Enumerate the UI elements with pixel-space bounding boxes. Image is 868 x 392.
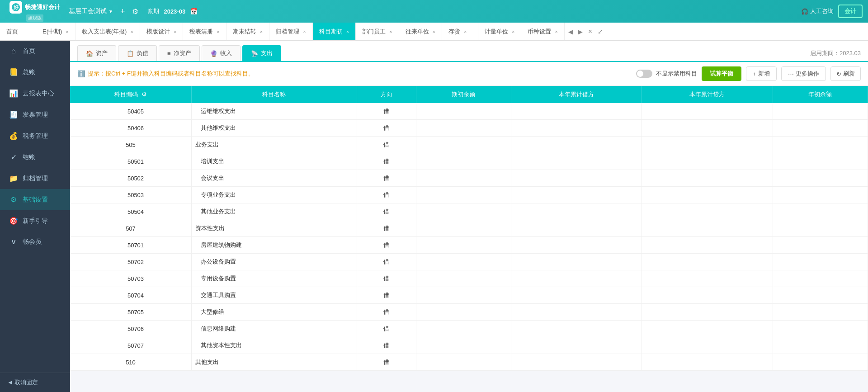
table-row[interactable]: 50703 专用设备购置 借 — [70, 270, 868, 287]
cell-balance — [416, 287, 511, 304]
cell-debit-cum — [511, 120, 642, 137]
tab-unit[interactable]: 计量单位 × — [478, 23, 521, 40]
tab-period-end[interactable]: 期末结转 × — [226, 23, 269, 40]
balance-button[interactable]: 试算平衡 — [702, 66, 741, 81]
sub-tab-expense-label: 支出 — [261, 49, 273, 57]
sidebar-item-home[interactable]: ⌂ 首页 — [0, 41, 70, 61]
table-row[interactable]: 50707 其他资本性支出 借 — [70, 337, 868, 354]
logo-text: 畅捷通好会计 — [25, 3, 60, 11]
tab-subject-init-close[interactable]: × — [346, 29, 349, 34]
add-company-button[interactable]: + — [118, 7, 128, 16]
sidebar-item-archivemgr[interactable]: 📁 归档管理 — [0, 168, 70, 189]
table-row[interactable]: 507 资本性支出 借 — [70, 220, 868, 237]
table-row[interactable]: 505 业务支出 借 — [70, 137, 868, 153]
table-row[interactable]: 50502 会议支出 借 — [70, 170, 868, 187]
account-button[interactable]: 会计 — [838, 5, 863, 18]
col-header-debit-cum: 本年累计借方 — [511, 86, 642, 103]
cell-code: 50405 — [70, 103, 192, 120]
guide-icon: 🎯 — [9, 217, 18, 225]
cell-balance — [416, 321, 511, 337]
cell-credit-cum — [642, 354, 773, 371]
tab-department-close[interactable]: × — [389, 29, 392, 34]
tab-expand-button[interactable]: ⤢ — [596, 27, 605, 36]
sidebar-archive-label: 归档管理 — [23, 175, 48, 183]
tab-home[interactable]: 首页 — [0, 23, 36, 40]
col-settings-icon[interactable]: ⚙ — [142, 91, 147, 98]
sub-tab-income-label: 收入 — [220, 49, 232, 57]
sidebar-item-member[interactable]: V 畅会员 — [0, 231, 70, 252]
sidebar-item-reports[interactable]: 📊 云报表中心 — [0, 83, 70, 104]
tab-period-end-close[interactable]: × — [260, 29, 263, 34]
sub-tab-equity[interactable]: ≡ 净资产 — [159, 45, 200, 61]
tab-prev-button[interactable]: ◀ — [566, 27, 575, 36]
tab-template[interactable]: 模版设计 × — [140, 23, 183, 40]
sidebar-item-checkout[interactable]: ✓ 结账 — [0, 146, 70, 168]
more-button[interactable]: ⋯ 更多操作 — [781, 66, 826, 81]
tab-template-close[interactable]: × — [174, 29, 176, 34]
sidebar-item-settings[interactable]: ⚙ 基础设置 — [0, 189, 70, 210]
sidebar-item-invoice[interactable]: 🧾 发票管理 — [0, 104, 70, 125]
table-row[interactable]: 50503 专项业务支出 借 — [70, 187, 868, 203]
tab-unit-close[interactable]: × — [512, 29, 514, 34]
tab-department[interactable]: 部门员工 × — [356, 23, 399, 40]
sidebar-item-guide[interactable]: 🎯 新手引导 — [0, 210, 70, 231]
col-header-code: 科目编码 ⚙ — [70, 86, 192, 103]
tab-period[interactable]: E(中期) × — [36, 23, 75, 40]
disable-toggle[interactable] — [636, 70, 652, 78]
sub-tab-expense[interactable]: 📡 支出 — [242, 45, 281, 61]
sub-tab-asset[interactable]: 🏠 资产 — [77, 45, 116, 61]
table-row[interactable]: 50705 大型修缮 借 — [70, 304, 868, 321]
cell-credit-cum — [642, 103, 773, 120]
table-row[interactable]: 50504 其他业务支出 借 — [70, 203, 868, 220]
cell-debit-cum — [511, 137, 642, 153]
calendar-icon[interactable]: 📅 — [190, 8, 198, 15]
cell-year-balance — [773, 337, 868, 354]
tab-period-close[interactable]: × — [66, 29, 68, 34]
checkout-icon: ✓ — [9, 153, 18, 161]
table-row[interactable]: 50501 培训支出 借 — [70, 153, 868, 170]
company-name[interactable]: 基层工会测试 ▼ — [69, 7, 113, 15]
tab-partner[interactable]: 往来单位 × — [399, 23, 442, 40]
tab-subject-init[interactable]: 科目期初 × — [313, 23, 356, 40]
tab-partner-close[interactable]: × — [433, 29, 435, 34]
sub-tab-income[interactable]: 🔮 收入 — [202, 45, 241, 61]
sub-tab-liability[interactable]: 📋 负债 — [118, 45, 157, 61]
tab-currency[interactable]: 币种设置 × — [521, 23, 564, 40]
tab-archive-close[interactable]: × — [303, 29, 306, 34]
new-button[interactable]: + 新增 — [746, 66, 777, 81]
tab-tax-close[interactable]: × — [217, 29, 219, 34]
cell-credit-cum — [642, 153, 773, 170]
tab-income[interactable]: 收入支出表(年报) × — [75, 23, 140, 40]
sidebar-item-ledger[interactable]: 📒 总账 — [0, 61, 70, 83]
sidebar-item-tax[interactable]: 💰 税务管理 — [0, 125, 70, 146]
table-row[interactable]: 50702 办公设备购置 借 — [70, 254, 868, 270]
table-row[interactable]: 50701 房屋建筑物购建 借 — [70, 237, 868, 254]
cell-code: 50502 — [70, 170, 192, 187]
tab-inventory-close[interactable]: × — [464, 29, 467, 34]
table-row[interactable]: 510 其他支出 借 — [70, 354, 868, 371]
table-row[interactable]: 50704 交通工具购置 借 — [70, 287, 868, 304]
tab-currency-close[interactable]: × — [555, 29, 557, 34]
help-button[interactable]: 🎧 人工咨询 — [801, 7, 834, 15]
table-container[interactable]: 科目编码 ⚙ 科目名称 方向 期初余额 本年累计借方 本年累计贷方 年初余额 5… — [70, 86, 868, 392]
cell-year-balance — [773, 270, 868, 287]
tab-next-button[interactable]: ▶ — [576, 27, 585, 36]
table-row[interactable]: 50406 其他维权支出 借 — [70, 120, 868, 137]
tab-archive[interactable]: 归档管理 × — [269, 23, 312, 40]
cell-credit-cum — [642, 304, 773, 321]
cell-direction: 借 — [357, 237, 416, 254]
sidebar-collapse-button[interactable]: ◄ 取消固定 — [0, 373, 70, 392]
table-row[interactable]: 50706 信息网络购建 借 — [70, 321, 868, 337]
settings-icon[interactable]: ⚙ — [132, 7, 138, 16]
tab-unit-label: 计量单位 — [485, 28, 508, 36]
tab-tax[interactable]: 税表清册 × — [183, 23, 226, 40]
cell-credit-cum — [642, 120, 773, 137]
refresh-button[interactable]: ↻ 刷新 — [830, 66, 861, 81]
cell-name: 培训支出 — [192, 153, 357, 170]
tab-inventory[interactable]: 存货 × — [442, 23, 478, 40]
toolbar-tip: ℹ️ 提示：按Ctrl + F键并输入科目编码或者科目名称可以查找科目。 — [77, 70, 632, 78]
sidebar-collapse-label: ◄ 取消固定 — [7, 378, 38, 387]
table-row[interactable]: 50405 运维维权支出 借 — [70, 103, 868, 120]
tab-close-all-button[interactable]: × — [585, 27, 595, 37]
tab-income-close[interactable]: × — [130, 29, 133, 34]
